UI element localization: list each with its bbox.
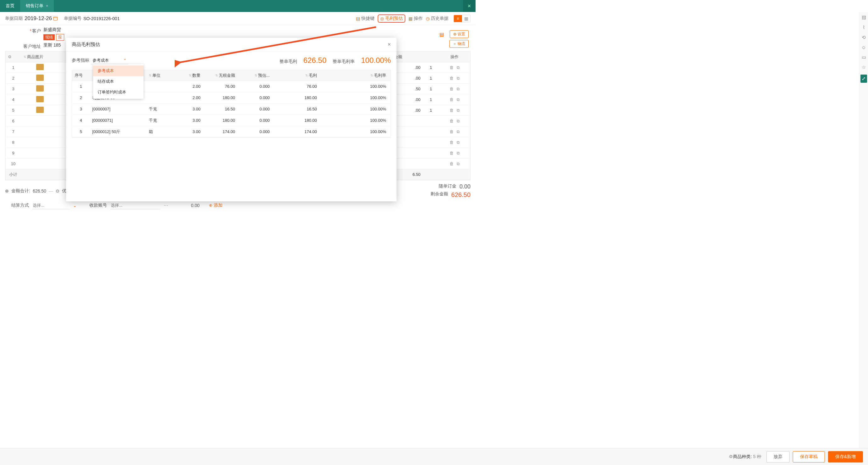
copy-icon[interactable]: ⧉ xyxy=(457,140,460,145)
row-idx: 8 xyxy=(5,140,21,145)
doc-date-value[interactable]: 2019-12-26 xyxy=(25,16,52,22)
cell-profit: 180.00 xyxy=(272,118,319,123)
delete-icon[interactable]: 🗑 xyxy=(450,76,454,81)
settings-button[interactable]: ⚙设置 xyxy=(450,30,469,38)
copy-icon[interactable]: ⧉ xyxy=(457,119,460,124)
dropdown-item-contract-cost[interactable]: 订单签约时成本 xyxy=(93,87,144,97)
settle-method-label: 结算方式 xyxy=(11,203,29,208)
cell-idx: 5 xyxy=(72,129,90,134)
copy-icon[interactable]: ⧉ xyxy=(457,151,460,156)
view-grid-icon[interactable]: ▦ xyxy=(462,15,470,22)
delete-icon[interactable]: 🗑 xyxy=(450,87,454,92)
shortcut-button[interactable]: ▤快捷键 xyxy=(356,16,374,21)
sort-icon[interactable]: ⇅ xyxy=(24,55,26,59)
col-qty[interactable]: 数量 xyxy=(192,73,200,78)
delete-icon[interactable]: 🗑 xyxy=(450,65,454,70)
cell-profit: 16.50 xyxy=(272,107,319,112)
view-list-icon[interactable]: ≡ xyxy=(454,15,462,22)
col-unit[interactable]: 单位 xyxy=(152,73,160,78)
chevron-down-icon[interactable]: ⌄ xyxy=(73,203,77,208)
remain-label: 剩余金额 xyxy=(431,191,448,198)
cell-est: 0.000 xyxy=(238,118,272,123)
window-close-icon[interactable]: × xyxy=(463,0,475,12)
cell-unit: 千克 xyxy=(146,106,168,112)
col-image[interactable]: 商品图片 xyxy=(27,54,43,60)
copy-icon[interactable]: ⧉ xyxy=(457,97,460,102)
dropdown-item-ref-cost[interactable]: 参考成本 xyxy=(93,65,144,76)
cell-qty: 3.00 xyxy=(168,129,203,134)
delete-icon[interactable]: 🗑 xyxy=(450,129,454,134)
customer-value[interactable]: 新盛商贸 xyxy=(43,27,64,33)
cell-notax: 180.00 xyxy=(203,95,238,100)
delete-icon[interactable]: 🗑 xyxy=(450,108,454,113)
row-qty: 1 xyxy=(423,87,439,91)
total-profit-label: 整单毛利 xyxy=(279,59,297,64)
addr-value[interactable]: 里斯 185 xyxy=(41,42,61,48)
cell-idx: 2 xyxy=(72,95,90,100)
gear-icon[interactable]: ⚙ xyxy=(8,55,12,59)
row-qty: 1 xyxy=(423,108,439,113)
delete-icon[interactable]: 🗑 xyxy=(450,151,454,156)
plus-circle-icon: ⊕ xyxy=(209,203,212,208)
calendar-icon-right[interactable]: ▤ xyxy=(439,31,444,37)
row-idx: 2 xyxy=(5,76,21,81)
delete-icon[interactable]: 🗑 xyxy=(450,161,454,166)
product-thumb[interactable] xyxy=(36,74,44,81)
row-idx: 7 xyxy=(5,129,21,134)
svg-rect-0 xyxy=(54,17,57,20)
history-button[interactable]: ◷历史单据 xyxy=(426,16,448,21)
cell-profit: 180.00 xyxy=(272,95,319,100)
copy-icon[interactable]: ⧉ xyxy=(457,108,460,113)
col-profit[interactable]: 毛利 xyxy=(309,73,317,78)
tab-close-icon[interactable]: × xyxy=(46,4,48,8)
row-qty: 1 xyxy=(423,76,439,81)
delete-icon[interactable]: 🗑 xyxy=(450,97,454,102)
product-thumb[interactable] xyxy=(36,85,44,92)
account-select[interactable] xyxy=(110,202,160,209)
account-label: 收款账号 xyxy=(89,203,107,208)
row-idx: 3 xyxy=(5,87,21,91)
copy-icon[interactable]: ⧉ xyxy=(457,76,460,81)
cell-qty: 3.00 xyxy=(168,107,203,112)
col-est[interactable]: 预估... xyxy=(258,73,270,78)
cell-idx: 3 xyxy=(72,107,90,112)
row-idx: 4 xyxy=(5,97,21,102)
copy-icon[interactable]: ⧉ xyxy=(457,65,460,70)
copy-icon[interactable]: ⧉ xyxy=(457,129,460,134)
copy-icon[interactable]: ⧉ xyxy=(457,161,460,166)
ops-button[interactable]: ▦操作 xyxy=(408,16,423,21)
cell-profit: 174.00 xyxy=(272,129,319,134)
cell-notax: 76.00 xyxy=(203,84,238,89)
product-thumb[interactable] xyxy=(36,96,44,102)
doc-date-label: 单据日期 xyxy=(5,16,23,21)
total-label: 金额合计: xyxy=(11,188,30,194)
tab-sales-order[interactable]: 销售订单 × xyxy=(20,0,54,12)
col-notax[interactable]: 无税金额 xyxy=(219,73,235,78)
col-ops: 操作 xyxy=(451,54,459,60)
settle-tag: 现结 xyxy=(43,34,55,40)
total-profit-value: 626.50 xyxy=(303,56,327,65)
calendar-icon[interactable] xyxy=(53,16,58,21)
table-row: 5[0000012] 50斤箱3.00174.000.000174.00100.… xyxy=(72,126,391,137)
product-thumb[interactable] xyxy=(36,107,44,113)
logistics-button[interactable]: ＋物流 xyxy=(450,40,469,48)
delete-icon[interactable]: 🗑 xyxy=(450,140,454,145)
modal-close-icon[interactable]: × xyxy=(388,41,391,48)
tab-home[interactable]: 首页 xyxy=(0,0,20,12)
dropdown-item-balance-cost[interactable]: 结存成本 xyxy=(93,76,144,87)
cell-notax: 180.00 xyxy=(203,118,238,123)
more-icon[interactable]: ⋯ xyxy=(164,203,168,208)
add-button[interactable]: ⊕ 添加 xyxy=(209,203,222,208)
profit-estimate-button[interactable]: ◎毛利预估 xyxy=(378,14,405,23)
copy-icon[interactable]: ⧉ xyxy=(457,87,460,92)
settle-method-select[interactable] xyxy=(32,202,70,209)
ref-indicator-select[interactable]: 参考成本 ⌃ xyxy=(91,57,128,64)
col-rate[interactable]: 毛利率 xyxy=(374,73,386,78)
cell-unit: 千克 xyxy=(146,118,168,123)
delete-icon[interactable]: 🗑 xyxy=(450,119,454,124)
product-thumb[interactable] xyxy=(36,64,44,70)
cell-unit: 箱 xyxy=(146,129,168,135)
table-row: 3[0000007]千克3.0016.500.00016.50100.00% xyxy=(72,103,391,115)
tag2: 应 xyxy=(56,34,64,40)
gear-icon: ⚙ xyxy=(453,32,457,36)
